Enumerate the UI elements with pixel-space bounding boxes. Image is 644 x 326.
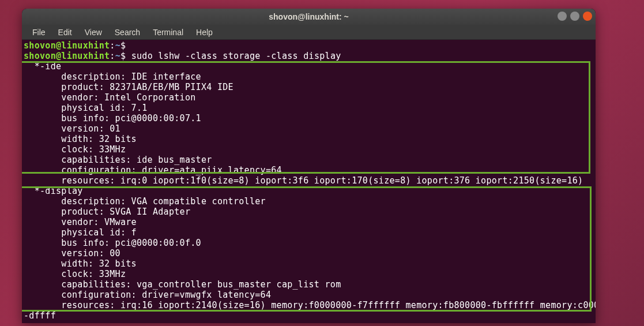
output-ide-header: *-ide [24, 61, 594, 72]
output-display-physicalid: physical id: f [24, 227, 594, 238]
menu-help[interactable]: Help [190, 26, 219, 39]
close-icon[interactable] [583, 12, 592, 21]
output-display-configuration: configuration: driver=vmwgfx latency=64 [24, 290, 594, 300]
output-ide-clock: clock: 33MHz [24, 144, 594, 155]
menu-search[interactable]: Search [109, 26, 146, 39]
output-display-width: width: 32 bits [24, 258, 594, 269]
output-display-header: *-display [24, 186, 594, 196]
menu-file[interactable]: File [27, 26, 51, 39]
terminal-body[interactable]: shovon@linuxhint:~$ shovon@linuxhint:~$ … [22, 40, 596, 321]
command-2: sudo lshw -class storage -class display [126, 51, 341, 61]
prompt-path: ~ [115, 51, 120, 61]
output-display-clock: clock: 33MHz [24, 269, 594, 279]
prompt-colon: : [110, 51, 115, 61]
prompt-userhost: shovon@linuxhint [24, 40, 110, 51]
output-ide-description: description: IDE interface [24, 72, 594, 82]
output-ide-width: width: 32 bits [24, 134, 594, 144]
output-display-description: description: VGA compatible controller [24, 196, 594, 207]
menu-view[interactable]: View [79, 26, 108, 39]
output-display-product: product: SVGA II Adapter [24, 207, 594, 217]
output-ide-physicalid: physical id: 7.1 [24, 103, 594, 113]
menu-edit[interactable]: Edit [52, 26, 78, 39]
output-display-version: version: 00 [24, 248, 594, 258]
menu-terminal[interactable]: Terminal [147, 26, 189, 39]
maximize-icon[interactable] [570, 12, 579, 21]
output-ide-product: product: 82371AB/EB/MB PIIX4 IDE [24, 82, 594, 92]
terminal-window: shovon@linuxhint: ~ File Edit View Searc… [22, 9, 596, 323]
output-display-capabilities: capabilities: vga_controller bus_master … [24, 279, 594, 290]
prompt-path: ~ [115, 40, 120, 51]
output-wrap: -dffff [24, 310, 594, 321]
titlebar[interactable]: shovon@linuxhint: ~ [22, 9, 596, 25]
prompt-line-1: shovon@linuxhint:~$ [24, 40, 594, 51]
prompt-dollar: $ [120, 40, 126, 51]
output-display-resources: resources: irq:16 ioport:2140(size=16) m… [24, 300, 594, 310]
menubar: File Edit View Search Terminal Help [22, 25, 596, 40]
output-display-businfo: bus info: pci@0000:00:0f.0 [24, 238, 594, 248]
output-ide-resources: resources: irq:0 ioport:1f0(size=8) iopo… [24, 175, 594, 186]
output-ide-vendor: vendor: Intel Corporation [24, 92, 594, 103]
prompt-line-2: shovon@linuxhint:~$ sudo lshw -class sto… [24, 51, 594, 61]
prompt-userhost: shovon@linuxhint [24, 51, 110, 61]
minimize-icon[interactable] [558, 12, 567, 21]
output-ide-capabilities: capabilities: ide bus_master [24, 155, 594, 165]
window-title: shovon@linuxhint: ~ [269, 12, 348, 21]
output-ide-version: version: 01 [24, 123, 594, 134]
window-controls [558, 12, 592, 21]
output-display-vendor: vendor: VMware [24, 217, 594, 227]
prompt-colon: : [110, 40, 115, 51]
prompt-dollar: $ [120, 51, 126, 61]
output-ide-businfo: bus info: pci@0000:00:07.1 [24, 113, 594, 123]
output-ide-configuration: configuration: driver=ata_piix latency=6… [24, 165, 594, 175]
